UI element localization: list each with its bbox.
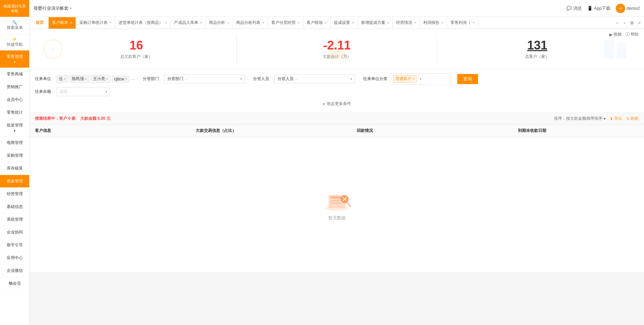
chevron-down-icon: ▾	[604, 116, 606, 121]
filter-dept-select[interactable]: 分管部门 ··· ▾	[164, 74, 245, 83]
results-bar: 搜索结果中，客户 0 家 欠款金额 0.00 元 排序：按欠款金额倒序排序 ▾ …	[30, 113, 644, 124]
app-download-button[interactable]: 📱 App下载	[587, 5, 610, 11]
empty-state-icon	[320, 188, 354, 215]
query-button[interactable]: 查询	[457, 74, 478, 84]
sidebar-item-inventory[interactable]: 库存核算	[0, 162, 29, 175]
svg-text:✦: ✦	[334, 48, 340, 57]
sidebar-item-retail-mall[interactable]: 零售商城	[0, 68, 29, 81]
stat-total-debt: ✦ -2.11 欠款合计（万）	[237, 34, 437, 64]
sidebar-item-batch-mgmt[interactable]: 批发管理 ▾	[0, 119, 29, 137]
remove-unit-class-tag-button[interactable]: ×	[413, 77, 415, 81]
tab-close-icon[interactable]: ×	[227, 21, 229, 25]
tab-retail-profit[interactable]: 零售利润（ ×	[447, 17, 478, 29]
tab-label: 客户账本	[52, 20, 68, 26]
filter-tag-label: 陈民强	[72, 76, 84, 82]
filter-person-select[interactable]: 分管人员 ··· ▾	[274, 74, 355, 83]
svg-rect-14	[330, 203, 342, 204]
tab-close-icon[interactable]: ×	[473, 21, 475, 25]
tab-close-icon[interactable]: ×	[441, 21, 443, 25]
sidebar-item-operations[interactable]: 经营管理	[0, 188, 29, 201]
sidebar-item-app-center[interactable]: 应用中心	[0, 252, 29, 264]
filter-dept-placeholder: 分管部门	[167, 76, 183, 82]
filter-dept-label: 分管部门	[143, 76, 162, 82]
export-button[interactable]: ⬆ 导出	[610, 116, 622, 121]
sidebar-item-member-center[interactable]: 会员中心	[0, 94, 29, 106]
sidebar-item-vip-member[interactable]: 畅会员	[0, 277, 29, 290]
tab-account-book[interactable]: 客户账本 ×	[49, 17, 76, 29]
tab-expand-button[interactable]: ⊞	[629, 20, 635, 26]
chevron-down-icon: ▾	[350, 77, 352, 81]
sidebar-quick-nav[interactable]: ⚡ 快捷导航	[0, 34, 29, 50]
tab-close-icon[interactable]: ×	[325, 21, 327, 25]
workspace-selector[interactable]: 母婴行业演示帐套 ▾	[34, 5, 72, 11]
sidebar-item-retail-stats[interactable]: 零售统计	[0, 106, 29, 119]
tab-business-situation[interactable]: 经营情况 ×	[393, 17, 420, 29]
tab-close-icon[interactable]: ×	[110, 21, 112, 25]
remove-tag-3-button[interactable]: ×	[106, 77, 108, 81]
tab-raise-settings[interactable]: 提成设置 ×	[331, 17, 358, 29]
filter-dept-dots: ···	[185, 77, 188, 81]
empty-text: 暂无数据	[328, 215, 346, 221]
tab-new-raise-plan[interactable]: 新增提成方案 ×	[358, 17, 393, 29]
sidebar-item-enterprise-coop[interactable]: 企业协同	[0, 226, 29, 239]
user-profile[interactable]: d demo2	[616, 4, 640, 13]
filter-tag-label: 王小亮	[93, 76, 105, 82]
sidebar-item-system-mgmt[interactable]: 系统管理	[0, 213, 29, 226]
table-col-debt-info: 欠款交易信息（占比）	[196, 128, 357, 134]
tab-fullscreen-button[interactable]: ⤢	[636, 20, 643, 26]
filter-tag-label: cjttcw	[114, 77, 124, 81]
tab-next-button[interactable]: ›	[621, 20, 628, 26]
tab-profit-report[interactable]: 利润报告 ×	[420, 17, 447, 29]
results-amount-prefix: 欠款金额	[80, 116, 96, 121]
sidebar-item-newbie-guide[interactable]: 新手引导	[0, 239, 29, 252]
svg-rect-5	[616, 42, 627, 59]
tab-home[interactable]: 首页	[31, 17, 49, 29]
filter-balance-placeholder: 选择...	[59, 89, 71, 95]
app-download-label: App下载	[594, 5, 610, 11]
sidebar-item-purchase-mgmt[interactable]: 采购管理	[0, 149, 29, 162]
sidebar-search[interactable]: 🔍 搜索菜单	[0, 17, 29, 34]
stats-bar: ▶ 视频 ⓘ 帮助 ¥ 16 总欠款客户（家）	[30, 29, 644, 69]
sidebar-item-enterprise-wechat[interactable]: 企业微信	[0, 264, 29, 277]
sidebar-item-capital-mgmt[interactable]: 资金管理	[0, 175, 29, 188]
stat-customers-value: 131	[444, 38, 631, 52]
filter-more-tags-button[interactable]: ···	[131, 76, 135, 82]
no-data-icon	[322, 190, 352, 213]
tab-close-icon[interactable]: ×	[200, 21, 202, 25]
message-icon: 💬	[566, 6, 572, 11]
sidebar-item-basic-info[interactable]: 基础信息	[0, 201, 29, 213]
sidebar-item-marketing[interactable]: 营销推广	[0, 81, 29, 94]
tab-close-icon[interactable]: ×	[387, 21, 389, 25]
tab-close-icon[interactable]: ×	[262, 21, 264, 25]
tab-label: 采购订单统计表	[79, 20, 108, 26]
message-button[interactable]: 💬 消息	[566, 5, 582, 11]
chevron-down-icon: ▾	[14, 129, 15, 133]
tab-goods-analysis-list[interactable]: 商品分析列表 ×	[233, 17, 268, 29]
stat-icon-debtors: ¥	[43, 39, 63, 59]
sidebar-item-retail-mgmt[interactable]: 零售管理 ▾	[0, 50, 29, 68]
tab-close-icon[interactable]: ×	[165, 21, 167, 25]
tab-stock-stats[interactable]: 进货单统计表（按商品） ×	[115, 17, 171, 29]
tab-close-icon[interactable]: ×	[298, 21, 300, 25]
remove-tag-1-button[interactable]: ×	[64, 77, 66, 81]
chevron-down-icon: ▾	[240, 77, 242, 81]
filter-collapse-button[interactable]: ∧ 收起更多条件	[35, 99, 639, 109]
tab-product-in[interactable]: 产成品入库单 ×	[171, 17, 206, 29]
collapse-label: 收起更多条件	[327, 101, 351, 107]
sort-select[interactable]: 排序：按欠款金额倒序排序 ▾	[554, 116, 606, 121]
remove-tag-4-button[interactable]: ×	[125, 77, 127, 81]
download-icon: 📱	[587, 6, 593, 11]
tab-prev-button[interactable]: ‹	[614, 20, 620, 26]
remove-tag-2-button[interactable]: ×	[85, 77, 87, 81]
filter-balance-select[interactable]: 选择... ▾	[56, 87, 110, 96]
tab-goods-analysis[interactable]: 商品分析 ×	[206, 17, 233, 29]
tab-purchase-order[interactable]: 采购订单统计表 ×	[76, 17, 115, 29]
tab-close-icon[interactable]: ×	[414, 21, 416, 25]
tab-close-icon[interactable]: ×	[70, 21, 72, 25]
filter-unit-class-select[interactable]: 普通客户 × ▾	[390, 73, 450, 84]
tab-customer-contact[interactable]: 客户联络 ×	[303, 17, 331, 29]
sidebar-item-ecommerce[interactable]: 电商管理	[0, 137, 29, 149]
refresh-button[interactable]: ↻ 刷新	[626, 116, 639, 121]
tab-customer-tier[interactable]: 客户分层经营 ×	[268, 17, 303, 29]
tab-close-icon[interactable]: ×	[352, 21, 354, 25]
